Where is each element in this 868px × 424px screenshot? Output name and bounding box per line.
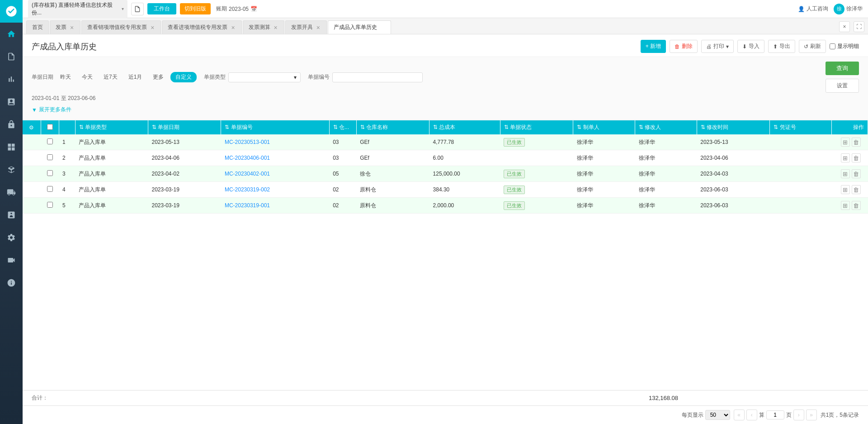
page-nav: « ‹ 算 页 › » [734, 410, 817, 420]
tab-product-history-close[interactable]: × [380, 24, 385, 31]
sidebar-item-version[interactable] [0, 272, 23, 294]
row-delete-icon[interactable]: 🗑 [852, 138, 861, 147]
switch-version-button[interactable]: 切到旧版 [180, 3, 211, 14]
col-doc-status[interactable]: ⇅ 单据状态 [500, 120, 573, 134]
sidebar-item-truck[interactable] [0, 181, 23, 204]
app-logo[interactable] [0, 0, 23, 23]
col-warehouse-name[interactable]: ⇅ 仓库名称 [356, 120, 429, 134]
username: 徐泽华 [846, 5, 863, 13]
tab-sales-invoice-close[interactable]: × [150, 24, 155, 31]
refresh-button[interactable]: ↺ 刷新 [799, 40, 826, 53]
tab-product-history[interactable]: 产成品入库单历史 × [328, 20, 391, 34]
tab-collapse-button[interactable]: × [839, 21, 850, 32]
export-button[interactable]: ⬆ 导出 [768, 40, 795, 53]
first-page-btn[interactable]: « [734, 410, 745, 420]
doc-number-link[interactable]: MC-20230406-001 [225, 155, 270, 161]
row-delete-icon[interactable]: 🗑 [852, 169, 861, 178]
doc-number-link[interactable]: MC-20230319-002 [225, 186, 270, 193]
doc-icon-btn[interactable] [131, 3, 144, 15]
row-delete-icon[interactable]: 🗑 [852, 153, 861, 162]
tab-sales-invoice[interactable]: 查看销项增值税专用发票 × [81, 20, 161, 34]
table-header-row: ⚙ ⇅ 单据类型 ⇅ 单据日期 ⇅ 单据编号 ⇅ 仓... ⇅ 仓库名称 ⇅ [23, 120, 868, 134]
calendar-icon[interactable]: 📅 [250, 6, 257, 12]
date-today-btn[interactable]: 今天 [78, 72, 97, 82]
workbench-button[interactable]: 工作台 [147, 3, 176, 14]
col-modifier[interactable]: ⇅ 修改人 [635, 120, 697, 134]
sidebar-item-chart[interactable] [0, 68, 23, 91]
col-modify-time[interactable]: ⇅ 修改时间 [697, 120, 769, 134]
doc-number-link[interactable]: MC-20230402-001 [225, 171, 270, 177]
row-checkbox[interactable] [47, 186, 53, 192]
filter-settings-button[interactable]: 设置 [826, 79, 859, 93]
sidebar-item-home[interactable] [0, 23, 23, 45]
row-checkbox[interactable] [47, 138, 53, 144]
last-page-btn[interactable]: » [806, 410, 817, 420]
tab-purchase-invoice[interactable]: 查看进项增值税专用发票 × [162, 20, 241, 34]
col-total-cost[interactable]: ⇅ 总成本 [429, 120, 500, 134]
query-button[interactable]: 查询 [826, 62, 859, 75]
import-button[interactable]: ⬇ 导入 [737, 40, 764, 53]
row-edit-icon[interactable]: ⊞ [841, 169, 850, 178]
row-checkbox[interactable] [47, 170, 53, 176]
tab-invoice-calc-close[interactable]: × [273, 24, 278, 31]
show-detail-checkbox[interactable] [830, 43, 835, 49]
col-creator[interactable]: ⇅ 制单人 [573, 120, 635, 134]
date-yesterday-btn[interactable]: 昨天 [56, 72, 75, 82]
company-selector[interactable]: (库存核算) 直播轻终通信息技术股份... ▾ [28, 0, 127, 18]
row-edit-icon[interactable]: ⊞ [841, 185, 850, 194]
next-page-btn[interactable]: › [793, 410, 804, 420]
show-detail-label: 显示明细 [837, 43, 859, 50]
col-settings[interactable]: ⚙ [23, 120, 41, 134]
row-num-cell: 3 [59, 166, 75, 182]
delete-button[interactable]: 🗑 删除 [670, 40, 698, 53]
sidebar-item-settings2[interactable] [0, 226, 23, 249]
tab-invoice-close[interactable]: × [69, 24, 75, 31]
sidebar-item-analysis[interactable] [0, 91, 23, 113]
col-voucher[interactable]: ⇅ 凭证号 [770, 120, 832, 134]
doc-number-input[interactable] [332, 72, 423, 82]
prev-page-btn[interactable]: ‹ [746, 410, 757, 420]
print-button[interactable]: 🖨 打印 ▾ [701, 40, 734, 53]
row-edit-icon[interactable]: ⊞ [841, 138, 850, 147]
sidebar-item-doc[interactable] [0, 45, 23, 68]
tab-invoice-calc[interactable]: 发票测算 × [243, 20, 284, 34]
date-more-btn[interactable]: 更多 [149, 72, 168, 82]
user-profile[interactable]: 徐 徐泽华 [834, 4, 863, 14]
refresh-icon: ↺ [804, 43, 808, 50]
row-delete-icon[interactable]: 🗑 [852, 201, 861, 210]
new-button[interactable]: + 新增 [641, 40, 666, 53]
date-1month-btn[interactable]: 近1月 [124, 72, 146, 82]
tab-home[interactable]: 首页 [26, 20, 49, 34]
select-all-checkbox[interactable] [47, 124, 53, 130]
sidebar-item-video[interactable] [0, 249, 23, 272]
doc-type-select[interactable]: ▾ [228, 72, 301, 82]
row-delete-icon[interactable]: 🗑 [852, 185, 861, 194]
status-badge: 已生效 [504, 170, 525, 178]
tab-purchase-invoice-close[interactable]: × [230, 24, 236, 31]
sidebar-item-grid[interactable] [0, 136, 23, 158]
tab-invoice[interactable]: 发票 × [50, 20, 80, 34]
sidebar-item-inventory[interactable] [0, 158, 23, 181]
expand-conditions-btn[interactable]: ▼ 展开更多条件 [32, 104, 71, 115]
tab-invoice-issue-close[interactable]: × [316, 24, 321, 31]
row-edit-icon[interactable]: ⊞ [841, 201, 850, 210]
page-input[interactable] [766, 410, 784, 419]
col-doc-number[interactable]: ⇅ 单据编号 [221, 120, 329, 134]
date-7days-btn[interactable]: 近7天 [99, 72, 122, 82]
per-page-select[interactable]: 50 100 200 [705, 410, 730, 420]
row-doc-type-cell: 产品入库单 [75, 198, 148, 214]
date-custom-btn[interactable]: 自定义 [170, 72, 197, 82]
doc-number-link[interactable]: MC-20230319-001 [225, 202, 270, 209]
col-doc-type[interactable]: ⇅ 单据类型 [75, 120, 148, 134]
user-service[interactable]: 👤 人工咨询 [798, 5, 828, 13]
row-checkbox[interactable] [47, 202, 53, 208]
row-edit-icon[interactable]: ⊞ [841, 153, 850, 162]
col-warehouse-code[interactable]: ⇅ 仓... [329, 120, 356, 134]
col-doc-date[interactable]: ⇅ 单据日期 [148, 120, 221, 134]
row-checkbox[interactable] [47, 154, 53, 160]
tab-invoice-issue[interactable]: 发票开具 × [285, 20, 327, 34]
tab-expand-button[interactable]: ⛶ [854, 21, 864, 32]
sidebar-item-calc[interactable] [0, 204, 23, 226]
doc-number-link[interactable]: MC-20230513-001 [225, 139, 270, 145]
sidebar-item-lock[interactable] [0, 113, 23, 136]
